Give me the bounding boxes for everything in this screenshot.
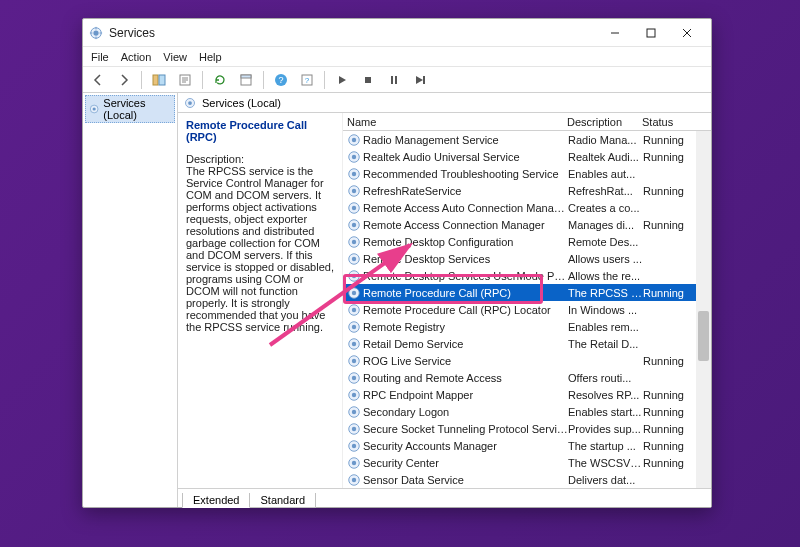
svg-point-23 xyxy=(352,154,356,158)
cell-status: Running xyxy=(643,151,695,163)
forward-button[interactable] xyxy=(113,69,135,91)
close-button[interactable] xyxy=(669,21,705,45)
svg-point-51 xyxy=(352,392,356,396)
svg-point-45 xyxy=(352,341,356,345)
table-row[interactable]: Secondary LogonEnables start...Running xyxy=(343,403,711,420)
separator xyxy=(202,71,203,89)
table-row[interactable]: ROG Live ServiceRunning xyxy=(343,352,711,369)
help2-button[interactable]: ? xyxy=(296,69,318,91)
gear-icon xyxy=(347,286,361,300)
svg-point-27 xyxy=(352,188,356,192)
table-row[interactable]: Retail Demo ServiceThe Retail D... xyxy=(343,335,711,352)
cell-name: Routing and Remote Access xyxy=(363,372,568,384)
panel-heading-label: Services (Local) xyxy=(202,97,281,109)
cell-name: Remote Desktop Configuration xyxy=(363,236,568,248)
table-row[interactable]: Remote Procedure Call (RPC)The RPCSS s..… xyxy=(343,284,711,301)
table-row[interactable]: Security CenterThe WSCSVC...Running xyxy=(343,454,711,471)
svg-point-17 xyxy=(93,107,96,110)
scrollbar[interactable] xyxy=(696,131,711,488)
table-row[interactable]: Remote Procedure Call (RPC) LocatorIn Wi… xyxy=(343,301,711,318)
cell-status: Running xyxy=(643,287,695,299)
table-row[interactable]: Secure Socket Tunneling Protocol Service… xyxy=(343,420,711,437)
menu-action[interactable]: Action xyxy=(121,51,152,63)
svg-text:?: ? xyxy=(305,76,310,85)
cell-description: The RPCSS s... xyxy=(568,287,643,299)
properties-button[interactable] xyxy=(235,69,257,91)
table-row[interactable]: Sensor Data ServiceDelivers dat... xyxy=(343,471,711,488)
right-pane: Services (Local) Remote Procedure Call (… xyxy=(178,93,711,507)
svg-rect-14 xyxy=(395,76,397,84)
col-name[interactable]: Name xyxy=(347,116,567,128)
view-tabs: Extended Standard xyxy=(178,488,711,507)
table-row[interactable]: Security Accounts ManagerThe startup ...… xyxy=(343,437,711,454)
menu-file[interactable]: File xyxy=(91,51,109,63)
help-button[interactable]: ? xyxy=(270,69,292,91)
table-row[interactable]: Remote Access Connection ManagerManages … xyxy=(343,216,711,233)
separator xyxy=(263,71,264,89)
cell-description: Delivers dat... xyxy=(568,474,643,486)
description-label: Description: xyxy=(186,153,244,165)
menu-help[interactable]: Help xyxy=(199,51,222,63)
table-row[interactable]: Remote Desktop ServicesAllows users ... xyxy=(343,250,711,267)
table-row[interactable]: Radio Management ServiceRadio Mana...Run… xyxy=(343,131,711,148)
svg-rect-4 xyxy=(159,75,165,85)
tab-extended[interactable]: Extended xyxy=(182,493,250,508)
table-row[interactable]: Remote Desktop ConfigurationRemote Des..… xyxy=(343,233,711,250)
svg-point-35 xyxy=(352,256,356,260)
table-row[interactable]: Remote Desktop Services UserMode Port Re… xyxy=(343,267,711,284)
column-headers[interactable]: Name Description Status xyxy=(343,113,711,131)
menu-view[interactable]: View xyxy=(163,51,187,63)
cell-name: Radio Management Service xyxy=(363,134,568,146)
export-button[interactable] xyxy=(174,69,196,91)
back-button[interactable] xyxy=(87,69,109,91)
cell-name: ROG Live Service xyxy=(363,355,568,367)
tab-standard[interactable]: Standard xyxy=(249,493,316,508)
cell-description: The WSCSVC... xyxy=(568,457,643,469)
svg-point-37 xyxy=(352,273,356,277)
cell-name: Security Accounts Manager xyxy=(363,440,568,452)
table-row[interactable]: Routing and Remote AccessOffers routi... xyxy=(343,369,711,386)
cell-description: RefreshRat... xyxy=(568,185,643,197)
refresh-button[interactable] xyxy=(209,69,231,91)
table-row[interactable]: Realtek Audio Universal ServiceRealtek A… xyxy=(343,148,711,165)
stop-service-button[interactable] xyxy=(357,69,379,91)
titlebar[interactable]: Services xyxy=(83,19,711,47)
cell-name: RPC Endpoint Mapper xyxy=(363,389,568,401)
gear-icon xyxy=(347,405,361,419)
gear-icon xyxy=(347,133,361,147)
maximize-button[interactable] xyxy=(633,21,669,45)
pause-service-button[interactable] xyxy=(383,69,405,91)
scroll-thumb[interactable] xyxy=(698,311,709,361)
gear-icon xyxy=(347,422,361,436)
table-row[interactable]: Remote RegistryEnables rem... xyxy=(343,318,711,335)
show-hide-tree-button[interactable] xyxy=(148,69,170,91)
cell-status: Running xyxy=(643,457,695,469)
selected-service-title: Remote Procedure Call (RPC) xyxy=(186,119,334,143)
svg-point-49 xyxy=(352,375,356,379)
table-row[interactable]: Recommended Troubleshooting ServiceEnabl… xyxy=(343,165,711,182)
menubar: File Action View Help xyxy=(83,47,711,67)
table-row[interactable]: Remote Access Auto Connection ManagerCre… xyxy=(343,199,711,216)
table-row[interactable]: RPC Endpoint MapperResolves RP...Running xyxy=(343,386,711,403)
cell-name: Remote Procedure Call (RPC) Locator xyxy=(363,304,568,316)
cell-name: Sensor Data Service xyxy=(363,474,568,486)
col-status[interactable]: Status xyxy=(642,116,694,128)
gear-icon xyxy=(347,456,361,470)
table-row[interactable]: RefreshRateServiceRefreshRat...Running xyxy=(343,182,711,199)
cell-description: Provides sup... xyxy=(568,423,643,435)
col-description[interactable]: Description xyxy=(567,116,642,128)
cell-name: RefreshRateService xyxy=(363,185,568,197)
minimize-button[interactable] xyxy=(597,21,633,45)
cell-description: Realtek Audi... xyxy=(568,151,643,163)
cell-name: Security Center xyxy=(363,457,568,469)
svg-point-33 xyxy=(352,239,356,243)
cell-status: Running xyxy=(643,406,695,418)
gear-icon xyxy=(347,218,361,232)
restart-service-button[interactable] xyxy=(409,69,431,91)
panel-heading: Services (Local) xyxy=(178,93,711,113)
tree-pane[interactable]: Services (Local) xyxy=(83,93,178,507)
tree-root[interactable]: Services (Local) xyxy=(85,95,175,123)
cell-description: Resolves RP... xyxy=(568,389,643,401)
start-service-button[interactable] xyxy=(331,69,353,91)
list-body[interactable]: Radio Management ServiceRadio Mana...Run… xyxy=(343,131,711,488)
